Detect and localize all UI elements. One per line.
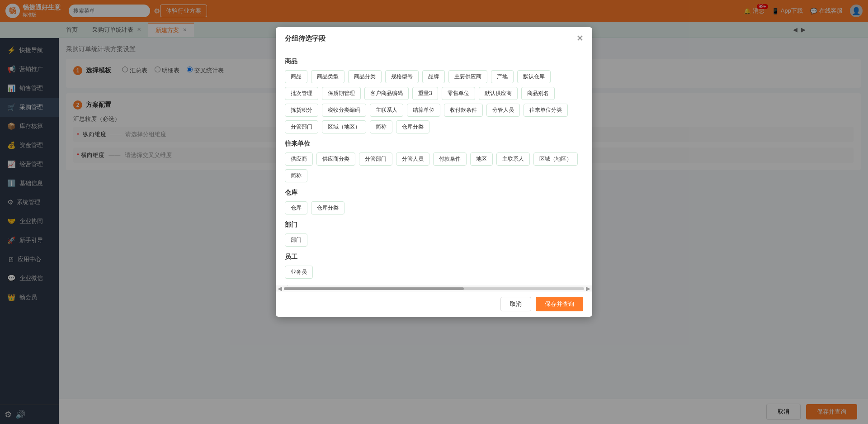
field-tag[interactable]: 收付款条件 bbox=[444, 104, 483, 117]
field-tag[interactable]: 仓库分类 bbox=[396, 120, 429, 133]
field-tag[interactable]: 默认仓库 bbox=[517, 70, 551, 83]
field-tags-商品: 商品商品类型商品分类规格型号品牌主要供应商产地默认仓库批次管理保质期管理客户商品… bbox=[285, 70, 583, 133]
field-tag[interactable]: 默认供应商 bbox=[479, 87, 518, 100]
field-tag[interactable]: 部门 bbox=[285, 233, 307, 247]
field-tag[interactable]: 分管人员 bbox=[396, 152, 429, 166]
field-tag[interactable]: 仓库分类 bbox=[311, 201, 344, 214]
field-tags-往来单位: 供应商供应商分类分管部门分管人员付款条件地区主联系人区域（地区）简称 bbox=[285, 152, 583, 182]
field-tag[interactable]: 保质期管理 bbox=[322, 87, 361, 100]
field-tag[interactable]: 品牌 bbox=[422, 70, 445, 83]
field-tag[interactable]: 商品分类 bbox=[348, 70, 382, 83]
field-group-title-员工: 员工 bbox=[285, 253, 583, 261]
modal-footer: 取消 保存并查询 bbox=[276, 291, 592, 317]
field-tag[interactable]: 仓库 bbox=[285, 201, 307, 214]
field-tag[interactable]: 区域（地区） bbox=[322, 120, 366, 133]
field-tag[interactable]: 重量3 bbox=[412, 87, 438, 100]
modal-close-btn[interactable]: ✕ bbox=[576, 33, 583, 43]
modal-confirm-btn[interactable]: 保存并查询 bbox=[536, 297, 583, 311]
field-tag[interactable]: 分管人员 bbox=[486, 104, 520, 117]
field-group-title-商品: 商品 bbox=[285, 57, 583, 66]
modal-cancel-btn[interactable]: 取消 bbox=[500, 297, 531, 311]
modal-hscroll: ◀ ▶ bbox=[276, 286, 592, 291]
field-tag[interactable]: 税收分类编码 bbox=[322, 104, 366, 117]
field-tag[interactable]: 简称 bbox=[285, 169, 307, 182]
field-tag[interactable]: 主要供应商 bbox=[448, 70, 487, 83]
field-select-modal: 分组待选字段 ✕ 商品商品商品类型商品分类规格型号品牌主要供应商产地默认仓库批次… bbox=[276, 27, 592, 317]
field-tag[interactable]: 区域（地区） bbox=[533, 152, 578, 166]
field-tag[interactable]: 供应商分类 bbox=[316, 152, 355, 166]
field-tag[interactable]: 付款条件 bbox=[433, 152, 467, 166]
field-tag[interactable]: 客户商品编码 bbox=[364, 87, 409, 100]
modal-overlay: 分组待选字段 ✕ 商品商品商品类型商品分类规格型号品牌主要供应商产地默认仓库批次… bbox=[0, 0, 868, 424]
field-tag[interactable]: 供应商 bbox=[285, 152, 313, 166]
field-tag[interactable]: 地区 bbox=[470, 152, 493, 166]
field-tag[interactable]: 简称 bbox=[370, 120, 392, 133]
field-tag[interactable]: 分管部门 bbox=[359, 152, 392, 166]
field-tag[interactable]: 主联系人 bbox=[370, 104, 403, 117]
field-tag[interactable]: 业务员 bbox=[285, 266, 313, 279]
modal-body: 商品商品商品类型商品分类规格型号品牌主要供应商产地默认仓库批次管理保质期管理客户… bbox=[276, 50, 592, 286]
field-tag[interactable]: 零售单位 bbox=[442, 87, 475, 100]
modal-header: 分组待选字段 ✕ bbox=[276, 27, 592, 50]
field-tags-仓库: 仓库仓库分类 bbox=[285, 201, 583, 214]
field-tag[interactable]: 商品别名 bbox=[521, 87, 555, 100]
field-group-title-部门: 部门 bbox=[285, 221, 583, 229]
field-tag[interactable]: 主联系人 bbox=[496, 152, 530, 166]
field-tag[interactable]: 分管部门 bbox=[285, 120, 318, 133]
field-tag[interactable]: 批次管理 bbox=[285, 87, 318, 100]
field-tag[interactable]: 商品 bbox=[285, 70, 307, 83]
hscroll-thumb bbox=[284, 287, 464, 290]
field-tags-员工: 业务员 bbox=[285, 266, 583, 279]
field-tag[interactable]: 拣货积分 bbox=[285, 104, 318, 117]
field-tag[interactable]: 规格型号 bbox=[385, 70, 419, 83]
field-tag[interactable]: 结算单位 bbox=[407, 104, 440, 117]
modal-title: 分组待选字段 bbox=[285, 34, 326, 43]
hscroll-track bbox=[284, 287, 584, 290]
field-tag[interactable]: 往来单位分类 bbox=[524, 104, 568, 117]
field-group-title-仓库: 仓库 bbox=[285, 189, 583, 197]
field-tags-部门: 部门 bbox=[285, 233, 583, 247]
field-tag[interactable]: 产地 bbox=[491, 70, 514, 83]
field-group-title-往来单位: 往来单位 bbox=[285, 140, 583, 148]
field-tag[interactable]: 商品类型 bbox=[311, 70, 344, 83]
